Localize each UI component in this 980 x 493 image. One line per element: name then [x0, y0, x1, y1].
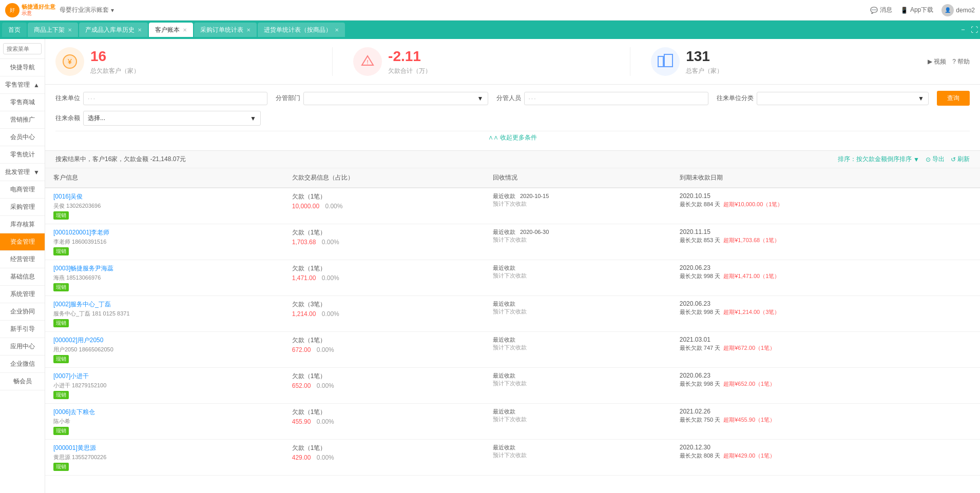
customer-name[interactable]: [0002]服务中心_丁磊 [53, 300, 276, 309]
tab-purchase-stats[interactable]: 进货单统计表（按商品） ✕ [258, 23, 345, 37]
overdue-amount[interactable]: 超期¥1,471.00（1笔） [723, 272, 780, 280]
overdue-amount[interactable]: 超期¥652.00（1笔） [723, 380, 775, 388]
search-button[interactable]: 查询 [937, 91, 970, 106]
unit-category-select[interactable]: ▼ [757, 92, 929, 105]
debt-amount[interactable]: 652.00 [292, 382, 311, 389]
department-select[interactable]: ▼ [303, 92, 488, 105]
sidebar-item-retail-stats[interactable]: 零售统计 [0, 146, 45, 164]
overdue-amount[interactable]: 超期¥1,703.68（1笔） [723, 236, 780, 244]
close-icon[interactable]: ✕ [138, 27, 142, 33]
sidebar-item-system-mgmt[interactable]: 系统管理 [0, 286, 45, 303]
next-collect-label: 预计下次收款 [493, 236, 663, 244]
due-date: 2020.06.23 [680, 300, 972, 307]
debt-amount[interactable]: 455.90 [292, 418, 311, 425]
svg-rect-5 [664, 54, 672, 67]
close-icon[interactable]: ✕ [68, 27, 72, 33]
overdue-amount[interactable]: 超期¥429.00（1笔） [723, 452, 775, 460]
tabs-actions: － ⛶ [959, 25, 978, 34]
debt-amount[interactable]: 429.00 [292, 454, 311, 461]
message-icon: 💬 [870, 7, 878, 14]
customer-name[interactable]: [0003]畅捷服务尹海蕊 [53, 264, 276, 273]
overdue-amount[interactable]: 超期¥672.00（1笔） [723, 344, 775, 352]
stat-block-3: 131 总客户（家） [651, 47, 928, 76]
svg-text:¥: ¥ [67, 57, 72, 66]
sidebar-item-ecommerce[interactable]: 电商管理 [0, 181, 45, 199]
close-icon[interactable]: ✕ [183, 27, 187, 33]
customer-name[interactable]: [0016]吴俊 [53, 192, 276, 201]
overdue-days: 最长欠款 998 天 [680, 380, 720, 388]
debt-info-cell: 欠款（3笔） 1,214.00 0.00% [284, 296, 485, 332]
customer-name[interactable]: [000001]黄思源 [53, 444, 276, 452]
tabs-bar: 首页 商品上下架 ✕ 产成品入库单历史 ✕ 客户账本 ✕ 采购订单统计表 ✕ 进… [0, 21, 980, 39]
tab-purchase-order[interactable]: 采购订单统计表 ✕ [194, 23, 257, 37]
close-icon[interactable]: ✕ [335, 27, 339, 33]
refresh-btn[interactable]: ↺ 刷新 [951, 155, 970, 164]
filter-unit-category-label: 往来单位分类 [717, 94, 754, 103]
filter-unit-category: 往来单位分类 ▼ [717, 92, 929, 105]
overdue-amount[interactable]: 超期¥1,214.00（3笔） [723, 308, 780, 316]
tab-home[interactable]: 首页 [2, 23, 27, 37]
customer-tag: 现销 [53, 247, 69, 255]
collapse-btn[interactable]: ∧∧ 收起更多条件 [55, 131, 970, 144]
sidebar-item-new-guide[interactable]: 新手引导 [0, 321, 45, 338]
sidebar-nav: 快捷导航 零售管理 ▲ 零售商城 营销推广 会员中心 零售统计 批发管理 ▼ 电… [0, 59, 45, 390]
tab-customer-account[interactable]: 客户账本 ✕ [149, 23, 193, 37]
table-header-row: 客户信息 欠款交易信息（占比） 回收情况 到期未收款日期 [45, 168, 980, 188]
recent-collect-label: 最近收款 2020-10-15 [493, 192, 663, 200]
message-btn[interactable]: 💬 消息 [870, 6, 892, 14]
sidebar-item-member-center[interactable]: 会员中心 [0, 129, 45, 146]
sidebar-item-enterprise-wechat[interactable]: 企业微信 [0, 356, 45, 373]
sidebar-item-member-plus[interactable]: 畅会员 [0, 373, 45, 390]
customer-name[interactable]: [0001020001]李老师 [53, 228, 276, 237]
maximize-icon[interactable]: ⛶ [971, 26, 978, 34]
sidebar-item-finance-mgmt[interactable]: 资金管理 [0, 233, 45, 251]
app-download-btn[interactable]: 📱 App下载 [900, 6, 933, 14]
manager-input[interactable]: ··· [524, 92, 708, 105]
debt-amount[interactable]: 10,000.00 [292, 203, 319, 210]
sidebar-item-marketing[interactable]: 营销推广 [0, 111, 45, 129]
sidebar-item-warehouse[interactable]: 库存核算 [0, 216, 45, 233]
debt-amount[interactable]: 1,471.00 [292, 274, 316, 282]
export-btn[interactable]: ⊙ 导出 [926, 155, 945, 164]
sidebar-item-quick-nav[interactable]: 快捷导航 [0, 59, 45, 76]
sidebar-item-operations-mgmt[interactable]: 经营管理 [0, 251, 45, 268]
sidebar-item-purchase-mgmt[interactable]: 采购管理 [0, 199, 45, 216]
close-icon[interactable]: ✕ [246, 27, 251, 33]
tab-product-onoff[interactable]: 商品上下架 ✕ [28, 23, 78, 37]
store-select[interactable]: 母婴行业演示账套 ▾ [60, 6, 114, 14]
sidebar-item-enterprise-collab[interactable]: 企业协同 [0, 303, 45, 321]
stats-right-actions: ▶ 视频 ? 帮助 [928, 57, 970, 66]
user-avatar-area[interactable]: 👤 demo2 [941, 4, 975, 16]
stat-number-3: 131 [686, 48, 723, 65]
avatar: 👤 [941, 4, 954, 16]
customer-table: 客户信息 欠款交易信息（占比） 回收情况 到期未收款日期 [0016]吴俊 吴俊… [45, 168, 980, 476]
debt-count: 欠款（1笔） [292, 444, 476, 452]
overdue-amount[interactable]: 超期¥10,000.00（1笔） [723, 201, 783, 208]
customer-name[interactable]: [0006]去下粮仓 [53, 408, 276, 417]
balance-select[interactable]: 选择... ▼ [83, 111, 261, 126]
sidebar-item-retail-mgmt[interactable]: 零售管理 ▲ [0, 76, 45, 94]
customer-name[interactable]: [0007]小进干 [53, 372, 276, 381]
debt-info-cell: 欠款（1笔） 10,000.00 0.00% [284, 188, 485, 224]
sidebar-search-input[interactable] [3, 43, 42, 54]
stat-info-3: 131 总客户（家） [686, 48, 723, 75]
arrival-unit-input[interactable]: ··· [83, 92, 267, 105]
recent-collect-label: 最近收款 [493, 408, 663, 416]
debt-amount[interactable]: 672.00 [292, 346, 311, 353]
filter-row-1: 往来单位 ··· 分管部门 ▼ 分管人员 ··· [55, 91, 970, 106]
sidebar-item-retail-mall[interactable]: 零售商城 [0, 94, 45, 111]
tab-product-history[interactable]: 产成品入库单历史 ✕ [79, 23, 148, 37]
customer-info-cell: [0016]吴俊 吴俊 13026203696 现销 [45, 188, 284, 224]
debt-amount[interactable]: 1,214.00 [292, 310, 316, 318]
overdue-amount[interactable]: 超期¥455.90（1笔） [723, 416, 775, 424]
sort-label[interactable]: 排序：按欠款金额倒序排序 ▼ [838, 155, 919, 164]
customer-phone: 李老师 18600391516 [53, 238, 276, 246]
sidebar-item-batch-mgmt[interactable]: 批发管理 ▼ [0, 164, 45, 181]
sidebar-item-basic-info[interactable]: 基础信息 [0, 268, 45, 286]
help-btn[interactable]: ? 帮助 [952, 57, 970, 66]
sidebar-item-app-center[interactable]: 应用中心 [0, 338, 45, 356]
customer-name[interactable]: [000002]用户2050 [53, 336, 276, 345]
debt-amount[interactable]: 1,703.68 [292, 239, 316, 246]
minimize-icon[interactable]: － [959, 25, 967, 34]
view-video-btn[interactable]: ▶ 视频 [928, 57, 946, 66]
